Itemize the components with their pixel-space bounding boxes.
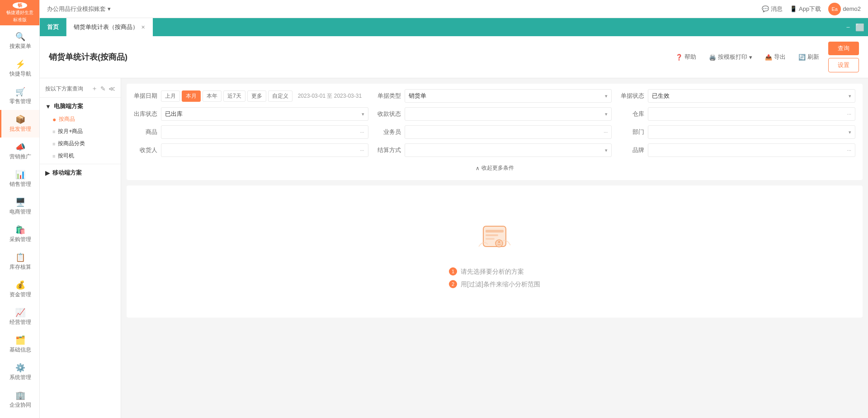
retail-icon: 🛒 [15,87,25,97]
settlement-arrow: ▾ [605,147,608,153]
wholesale-icon: 📦 [15,114,25,124]
date-btn-this-year[interactable]: 本年 [203,90,222,102]
settings-button[interactable]: 设置 [828,58,859,72]
goods-value[interactable]: ··· [161,125,368,139]
brand-dots[interactable]: ··· [847,147,851,153]
sidebar-item-search[interactable]: 🔍 搜索菜单 [0,27,39,55]
user-area[interactable]: Ea demo2 [828,3,861,15]
department-label: 部门 [621,128,648,136]
filter-doc-type-item: 单据类型 销货单 ▾ [377,89,612,103]
print-dropdown-icon: ▾ [749,54,752,61]
goods-dots[interactable]: ··· [360,129,364,135]
collapse-icon: ∧ [476,165,480,171]
sidebar-item-basic[interactable]: 🗂️ 基础信息 [0,331,39,358]
storage-value[interactable]: ··· [648,107,855,121]
sidebar-item-wholesale[interactable]: 📦 批发管理 [0,110,39,138]
empty-state: 1 请先选择要分析的方案 2 用[过滤]条件来缩小分析范围 [127,185,863,318]
section-divider [40,164,121,164]
message-button[interactable]: 💬 消息 [762,5,783,13]
tab-bar: 首页 销货单统计表（按商品） ✕ － ⬜ [40,18,868,36]
sidebar-item-label-operation: 经营管理 [9,318,31,326]
department-value[interactable]: ▾ [648,125,855,139]
sidebar-item-retail[interactable]: 🛒 零售管理 [0,82,39,110]
tab-bar-right: － ⬜ [844,23,868,32]
settlement-value[interactable]: ▾ [405,143,612,157]
recipient-value[interactable]: ··· [161,143,368,157]
edit-scheme-icon[interactable]: ✎ [100,85,106,92]
sidebar-item-label-marketing: 营销推广 [9,153,31,161]
sidebar-item-inventory[interactable]: 📋 库存核算 [0,248,39,276]
goods-label: 商品 [134,128,161,136]
sidebar-item-finance[interactable]: 💰 资金管理 [0,276,39,303]
date-btn-more[interactable]: 更多 [247,90,266,102]
sidebar-nav: 🔍 搜索菜单 ⚡ 快捷导航 🛒 零售管理 📦 批发管理 📣 营销推广 📊 销售管… [0,25,39,418]
inventory-icon: 📋 [15,252,25,262]
sidebar-item-ecommerce[interactable]: 🖥️ 电商管理 [0,193,39,220]
doc-status-value[interactable]: 已生效 ▾ [648,89,855,103]
logo-area[interactable]: 畅 畅捷通好生意 标准版 [0,0,39,25]
salesperson-value[interactable]: ··· [405,125,612,139]
tree-child-by-category[interactable]: ≡ 按商品分类 [40,138,121,150]
tree-parent-mobile[interactable]: ▶ 移动端方案 [40,166,121,180]
print-button[interactable]: 🖨️ 按模板打印 ▾ [705,51,756,63]
sidebar-item-system[interactable]: ⚙️ 系统管理 [0,358,39,386]
filter-row-4: 收货人 ··· 结算方式 ▾ [134,143,855,157]
storage-label: 仓库 [621,110,648,118]
date-filter: 上月 本月 本年 近7天 更多 自定义 2023-03-01 至 2023-03… [161,90,368,102]
filter-goods-item: 商品 ··· [134,125,368,139]
storage-dots[interactable]: ··· [847,111,851,117]
warehouse-value[interactable]: 已出库 ▾ [161,107,368,121]
tab-home[interactable]: 首页 [40,18,66,36]
operation-icon: 📈 [15,308,25,318]
collapse-btn[interactable]: ∧ 收起更多条件 [134,162,855,175]
date-btn-last7[interactable]: 近7天 [223,90,245,102]
marketing-icon: 📣 [15,142,25,152]
sidebar-item-quick[interactable]: ⚡ 快捷导航 [0,55,39,82]
sidebar-item-purchase[interactable]: 🛍️ 采购管理 [0,220,39,248]
tree-child-by-goods[interactable]: ● 按商品 [40,113,121,125]
tree-child-by-cashier[interactable]: ≡ 按司机 [40,150,121,162]
tab-sales-stats[interactable]: 销货单统计表（按商品） ✕ [66,18,153,36]
doc-type-label: 单据类型 [377,92,405,100]
sidebar-item-marketing[interactable]: 📣 营销推广 [0,138,39,165]
industry-dropdown[interactable]: 办公用品行业模拟账套 ▾ [47,5,111,13]
doc-type-value[interactable]: 销货单 ▾ [405,89,612,103]
tree-parent-desktop[interactable]: ▼ 电脑端方案 [40,100,121,113]
query-btn-area: 查询 设置 [828,42,859,72]
add-scheme-icon[interactable]: ＋ [91,85,98,93]
sidebar-item-operation[interactable]: 📈 经营管理 [0,303,39,331]
recipient-dots[interactable]: ··· [360,147,364,153]
sidebar-item-enterprise[interactable]: 🏢 企业协同 [0,386,39,413]
payment-value[interactable]: ▾ [405,107,612,121]
left-panel: 按以下方案查询 ＋ ✎ ≪ ▼ 电脑端方案 ● 按商品 ≡ [40,78,121,418]
export-icon: 📤 [765,54,772,61]
basic-icon: 🗂️ [15,335,25,345]
tab-close-icon[interactable]: ✕ [141,24,145,30]
refresh-button[interactable]: 🔄 刷新 [795,51,823,63]
tab-minimize-icon[interactable]: － [844,23,852,32]
print-icon: 🖨️ [709,54,716,61]
tab-maximize-icon[interactable]: ⬜ [855,23,864,32]
refresh-icon: 🔄 [798,54,806,61]
sidebar-item-label-enterprise: 企业协同 [9,401,31,409]
date-btn-last-month[interactable]: 上月 [161,90,180,102]
panel-divider [40,97,121,98]
sidebar-item-guide[interactable]: 🎯 新手引导 [0,413,39,418]
salesperson-dots[interactable]: ··· [604,129,608,135]
query-button[interactable]: 查询 [828,42,859,55]
app-download-button[interactable]: 📱 App下载 [790,5,821,13]
tree-child-by-month[interactable]: ≡ 按月+商品 [40,125,121,138]
system-icon: ⚙️ [15,363,25,373]
help-button[interactable]: ❓ 帮助 [672,51,700,63]
sidebar-item-sales[interactable]: 📊 销售管理 [0,165,39,193]
date-btn-custom[interactable]: 自定义 [268,90,292,102]
recipient-label: 收货人 [134,146,161,154]
collapse-panel-icon[interactable]: ≪ [108,85,115,92]
export-button[interactable]: 📤 导出 [761,51,789,63]
date-btn-this-month[interactable]: 本月 [182,90,201,102]
filter-doc-status-item: 单据状态 已生效 ▾ [621,89,855,103]
doc-status-text: 已生效 [652,92,847,100]
sales-icon: 📊 [15,170,25,180]
brand-value[interactable]: ··· [648,143,855,157]
month-item-icon: ≡ [52,129,55,134]
